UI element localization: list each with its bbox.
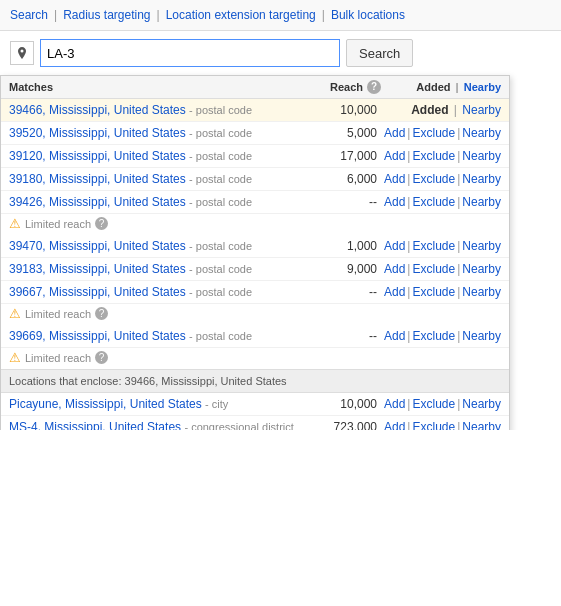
tab-search[interactable]: Search: [10, 8, 48, 22]
add-link[interactable]: Add: [384, 149, 405, 163]
result-row: 39466, Mississippi, United States - post…: [1, 99, 509, 122]
limited-reach-help[interactable]: ?: [95, 307, 108, 320]
exclude-link[interactable]: Exclude: [412, 172, 455, 186]
result-block: 39669, Mississippi, United States - post…: [1, 325, 509, 369]
result-link[interactable]: 39470, Mississippi, United States: [9, 239, 186, 253]
tab-bulk-locations[interactable]: Bulk locations: [331, 8, 405, 22]
limited-reach-help[interactable]: ?: [95, 351, 108, 364]
warning-row: ⚠ Limited reach ?: [1, 348, 509, 369]
result-name: MS-4, Mississippi, United States - congr…: [9, 420, 301, 430]
sep-3: |: [322, 8, 325, 22]
warning-icon: ⚠: [9, 306, 21, 321]
result-link[interactable]: 39180, Mississippi, United States: [9, 172, 186, 186]
result-reach: --: [301, 329, 381, 343]
exclude-link[interactable]: Exclude: [412, 420, 455, 430]
result-reach: 10,000: [301, 397, 381, 411]
result-reach: 6,000: [301, 172, 381, 186]
result-actions: Added | Nearby: [381, 103, 501, 117]
nearby-link[interactable]: Nearby: [462, 239, 501, 253]
pin-icon-button[interactable]: [10, 41, 34, 65]
dropdown-scroll[interactable]: 39466, Mississippi, United States - post…: [1, 99, 509, 430]
result-link[interactable]: 39183, Mississippi, United States: [9, 262, 186, 276]
exclude-link[interactable]: Exclude: [412, 262, 455, 276]
add-link[interactable]: Add: [384, 126, 405, 140]
tab-location-extension[interactable]: Location extension targeting: [166, 8, 316, 22]
add-link[interactable]: Add: [384, 329, 405, 343]
result-type: - postal code: [189, 173, 252, 185]
limited-reach-label: Limited reach: [25, 218, 91, 230]
nearby-link[interactable]: Nearby: [462, 149, 501, 163]
add-link[interactable]: Add: [384, 239, 405, 253]
result-link[interactable]: 39120, Mississippi, United States: [9, 149, 186, 163]
result-link[interactable]: 39466, Mississippi, United States: [9, 103, 186, 117]
result-link[interactable]: 39426, Mississippi, United States: [9, 195, 186, 209]
result-row: 39183, Mississippi, United States - post…: [1, 258, 509, 281]
result-reach: 723,000: [301, 420, 381, 430]
result-reach: 17,000: [301, 149, 381, 163]
result-type: - postal code: [189, 196, 252, 208]
nearby-link[interactable]: Nearby: [462, 397, 501, 411]
nearby-link[interactable]: Nearby: [462, 126, 501, 140]
svg-point-0: [21, 50, 24, 53]
exclude-link[interactable]: Exclude: [412, 126, 455, 140]
nearby-link[interactable]: Nearby: [462, 329, 501, 343]
result-link[interactable]: MS-4, Mississippi, United States: [9, 420, 181, 430]
nearby-link[interactable]: Nearby: [462, 195, 501, 209]
top-nav: Search | Radius targeting | Location ext…: [0, 0, 561, 31]
result-actions: Add|Exclude|Nearby: [381, 239, 501, 253]
exclude-link[interactable]: Exclude: [412, 285, 455, 299]
exclude-link[interactable]: Exclude: [412, 397, 455, 411]
actions-col-header: Added | Nearby: [381, 81, 501, 93]
tab-radius-targeting[interactable]: Radius targeting: [63, 8, 150, 22]
nearby-link[interactable]: Nearby: [462, 172, 501, 186]
nearby-link[interactable]: Nearby: [462, 103, 501, 117]
result-reach: --: [301, 195, 381, 209]
search-button[interactable]: Search: [346, 39, 413, 67]
add-link[interactable]: Add: [384, 420, 405, 430]
result-name: 39466, Mississippi, United States - post…: [9, 103, 301, 117]
exclude-link[interactable]: Exclude: [412, 329, 455, 343]
nearby-link[interactable]: Nearby: [462, 262, 501, 276]
add-link[interactable]: Add: [384, 397, 405, 411]
add-link[interactable]: Add: [384, 195, 405, 209]
nearby-link[interactable]: Nearby: [462, 420, 501, 430]
search-input[interactable]: [40, 39, 340, 67]
result-type: - postal code: [189, 330, 252, 342]
limited-reach-label: Limited reach: [25, 308, 91, 320]
result-row: 39669, Mississippi, United States - post…: [1, 325, 509, 348]
result-name: 39520, Mississippi, United States - post…: [9, 126, 301, 140]
result-row: Picayune, Mississippi, United States - c…: [1, 393, 509, 416]
warning-row: ⚠ Limited reach ?: [1, 304, 509, 325]
result-actions: Add|Exclude|Nearby: [381, 420, 501, 430]
result-block: 39667, Mississippi, United States - post…: [1, 281, 509, 325]
exclude-link[interactable]: Exclude: [412, 149, 455, 163]
matches-col-header: Matches: [9, 81, 301, 93]
result-name: 39669, Mississippi, United States - post…: [9, 329, 301, 343]
nearby-link[interactable]: Nearby: [462, 285, 501, 299]
result-actions: Add|Exclude|Nearby: [381, 195, 501, 209]
limited-reach-label: Limited reach: [25, 352, 91, 364]
result-block: 39426, Mississippi, United States - post…: [1, 191, 509, 235]
exclude-link[interactable]: Exclude: [412, 239, 455, 253]
result-type: - postal code: [189, 127, 252, 139]
result-type: - congressional district: [184, 421, 293, 430]
result-reach: 1,000: [301, 239, 381, 253]
add-link[interactable]: Add: [384, 262, 405, 276]
limited-reach-help[interactable]: ?: [95, 217, 108, 230]
warning-row: ⚠ Limited reach ?: [1, 214, 509, 235]
exclude-link[interactable]: Exclude: [412, 195, 455, 209]
reach-help-icon[interactable]: ?: [367, 80, 381, 94]
result-row: 39667, Mississippi, United States - post…: [1, 281, 509, 304]
result-reach: --: [301, 285, 381, 299]
result-link[interactable]: 39520, Mississippi, United States: [9, 126, 186, 140]
sep-2: |: [157, 8, 160, 22]
result-link[interactable]: Picayune, Mississippi, United States: [9, 397, 202, 411]
result-link[interactable]: 39667, Mississippi, United States: [9, 285, 186, 299]
result-link[interactable]: 39669, Mississippi, United States: [9, 329, 186, 343]
add-link[interactable]: Add: [384, 285, 405, 299]
result-row: 39470, Mississippi, United States - post…: [1, 235, 509, 258]
result-row: 39426, Mississippi, United States - post…: [1, 191, 509, 214]
result-reach: 5,000: [301, 126, 381, 140]
warning-icon: ⚠: [9, 350, 21, 365]
add-link[interactable]: Add: [384, 172, 405, 186]
